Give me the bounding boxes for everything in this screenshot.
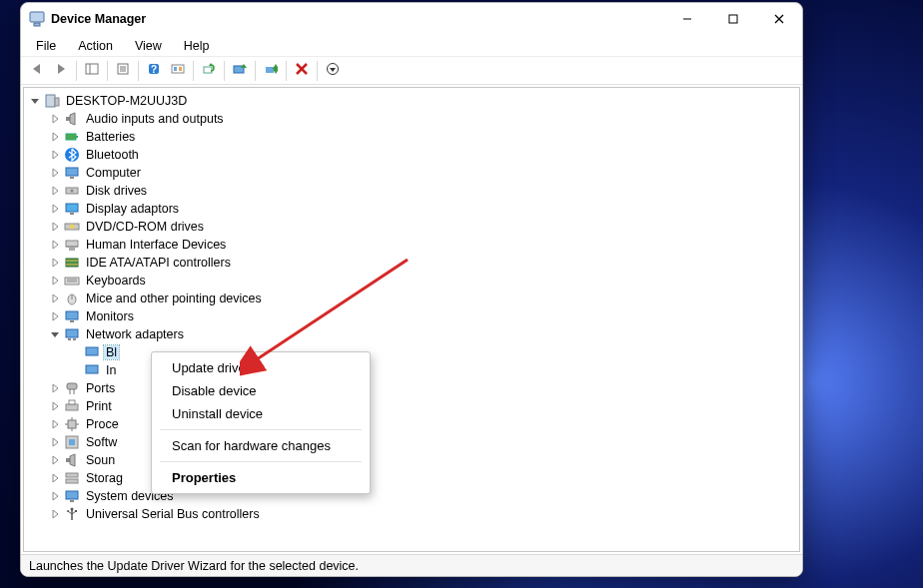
svg-marker-38 <box>53 151 58 159</box>
properties-icon <box>116 62 130 80</box>
storage-icon <box>64 470 80 486</box>
svg-rect-100 <box>70 500 74 502</box>
devices-icon <box>171 62 185 80</box>
svg-point-51 <box>70 225 75 230</box>
tree-root[interactable]: DESKTOP-M2UUJ3D <box>28 92 799 110</box>
context-update-driver[interactable]: Update driver <box>152 356 370 379</box>
svg-rect-8 <box>86 64 98 74</box>
mouse-icon <box>64 291 80 306</box>
context-disable-device[interactable]: Disable device <box>152 379 370 402</box>
tree-node-network-adapters[interactable]: Network adapters <box>48 325 799 343</box>
svg-rect-73 <box>73 338 76 340</box>
context-menu: Update driver Disable device Uninstall d… <box>151 351 371 494</box>
svg-point-106 <box>67 510 69 512</box>
statusbar-text: Launches the Update Driver Wizard for th… <box>29 559 359 573</box>
chevron-right-icon[interactable] <box>48 256 62 270</box>
context-uninstall-device[interactable]: Uninstall device <box>152 402 370 425</box>
forward-button[interactable] <box>49 59 73 83</box>
disable-device-button[interactable] <box>259 59 283 83</box>
tree-node-hid[interactable]: Human Interface Devices <box>48 236 799 254</box>
svg-rect-107 <box>75 510 77 512</box>
chevron-right-icon[interactable] <box>48 130 62 144</box>
tree-node-monitors[interactable]: Monitors <box>48 307 799 325</box>
context-properties[interactable]: Properties <box>152 466 370 489</box>
menu-view[interactable]: View <box>124 36 173 56</box>
close-button[interactable] <box>756 3 802 35</box>
chevron-right-icon[interactable] <box>48 184 62 198</box>
tree-node-usb[interactable]: Universal Serial Bus controllers <box>48 505 799 523</box>
more-button[interactable] <box>321 59 345 83</box>
svg-rect-77 <box>67 383 77 389</box>
chevron-right-icon[interactable] <box>48 453 62 467</box>
chevron-right-icon[interactable] <box>48 148 62 162</box>
arrow-left-icon <box>30 62 44 80</box>
svg-marker-98 <box>53 492 58 500</box>
help-button[interactable]: ? <box>142 59 166 83</box>
down-arrow-circle-icon <box>326 62 340 80</box>
chevron-down-icon[interactable] <box>48 327 62 341</box>
chevron-right-icon[interactable] <box>48 292 62 305</box>
chevron-right-icon[interactable] <box>48 220 62 234</box>
svg-rect-18 <box>179 67 182 71</box>
chevron-right-icon[interactable] <box>48 471 62 485</box>
chevron-right-icon[interactable] <box>48 274 62 288</box>
maximize-button[interactable] <box>710 3 756 35</box>
arrow-right-icon <box>54 62 68 80</box>
svg-rect-82 <box>69 400 75 404</box>
chevron-right-icon[interactable] <box>48 489 62 503</box>
chevron-right-icon[interactable] <box>48 202 62 216</box>
chevron-down-icon[interactable] <box>28 94 42 108</box>
chevron-right-icon[interactable] <box>48 435 62 449</box>
svg-marker-7 <box>58 64 65 74</box>
chevron-right-icon[interactable] <box>48 238 62 252</box>
ide-icon <box>64 255 80 271</box>
tree-node-computer[interactable]: Computer <box>48 164 799 182</box>
show-hide-console-button[interactable] <box>80 59 104 83</box>
chevron-right-icon[interactable] <box>48 399 62 413</box>
titlebar[interactable]: Device Manager <box>21 3 802 35</box>
chevron-right-icon[interactable] <box>48 309 62 323</box>
tree-node-display[interactable]: Display adaptors <box>48 200 799 218</box>
svg-rect-23 <box>266 67 274 73</box>
toolbar: ? <box>21 57 802 85</box>
back-button[interactable] <box>25 59 49 83</box>
chevron-right-icon[interactable] <box>48 417 62 431</box>
tree-node-keyboards[interactable]: Keyboards <box>48 272 799 290</box>
tree-node-audio[interactable]: Audio inputs and outputs <box>48 110 799 128</box>
port-icon <box>64 380 80 396</box>
tree-node-mice[interactable]: Mice and other pointing devices <box>48 290 799 307</box>
menu-file[interactable]: File <box>25 36 67 56</box>
tree-node-disk[interactable]: Disk drives <box>48 182 799 200</box>
network-adapter-icon <box>84 362 100 378</box>
update-driver-button[interactable] <box>228 59 252 83</box>
show-hidden-button[interactable] <box>166 59 190 83</box>
chevron-right-icon[interactable] <box>48 381 62 395</box>
monitor-icon <box>64 165 80 181</box>
menu-action[interactable]: Action <box>67 36 124 56</box>
separator <box>160 461 362 462</box>
tree-node-ide[interactable]: IDE ATA/ATAPI controllers <box>48 254 799 272</box>
scan-hardware-button[interactable] <box>197 59 221 83</box>
tree-node-dvd[interactable]: DVD/CD-ROM drives <box>48 218 799 236</box>
chevron-right-icon[interactable] <box>48 166 62 180</box>
svg-marker-80 <box>53 402 58 410</box>
properties-button[interactable] <box>111 59 135 83</box>
context-scan-hardware[interactable]: Scan for hardware changes <box>152 434 370 457</box>
tree-node-bluetooth[interactable]: Bluetooth <box>48 146 799 164</box>
svg-rect-55 <box>69 248 75 251</box>
software-icon <box>64 434 80 450</box>
monitor-icon <box>64 308 80 324</box>
uninstall-device-button[interactable] <box>290 59 314 83</box>
minimize-button[interactable] <box>664 3 710 35</box>
svg-rect-31 <box>55 98 59 106</box>
tree-node-batteries[interactable]: Batteries <box>48 128 799 146</box>
svg-rect-42 <box>70 177 74 179</box>
chevron-right-icon[interactable] <box>48 112 62 126</box>
help-icon: ? <box>147 62 161 80</box>
usb-icon <box>64 506 80 522</box>
chevron-right-icon[interactable] <box>48 507 62 521</box>
svg-rect-19 <box>204 67 212 73</box>
menu-help[interactable]: Help <box>173 36 221 56</box>
svg-rect-36 <box>66 134 76 140</box>
device-tree[interactable]: DESKTOP-M2UUJ3D Audio inputs and outputs… <box>23 87 800 552</box>
